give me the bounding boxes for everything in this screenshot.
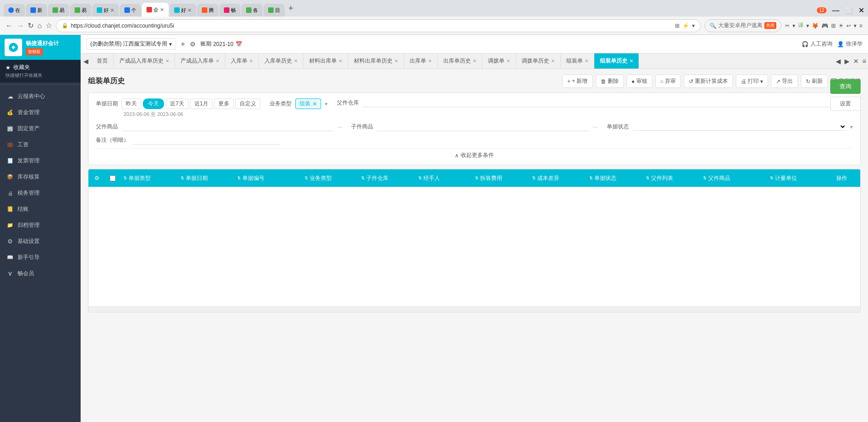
tab-clckd[interactable]: 材料出库单 ✕ xyxy=(304,53,348,69)
th-parent-list[interactable]: ⇅ 父件列表 xyxy=(642,174,699,182)
tab-rkd[interactable]: 入库单 ✕ xyxy=(225,53,259,69)
sidebar-item-archive[interactable]: 📁 归档管理 xyxy=(0,217,81,233)
close-tab-2[interactable]: ✕ xyxy=(216,58,219,64)
refresh-button[interactable]: ↻ 刷新 xyxy=(801,75,828,88)
tab-more-btn[interactable]: ≡ xyxy=(861,58,868,65)
back-button[interactable]: ← xyxy=(6,22,13,30)
sidebar-item-salary[interactable]: 💼 工资 xyxy=(0,137,81,153)
export-button[interactable]: ↗ 导出 xyxy=(771,75,798,88)
tab-diaob-history[interactable]: 调拨单历史 ✕ xyxy=(516,53,561,69)
tab-ccrkd-history[interactable]: 产成品入库单历史 ✕ xyxy=(114,53,175,69)
query-button[interactable]: 查询 xyxy=(830,79,861,94)
settings-gear-button[interactable]: ⚙ xyxy=(190,40,196,48)
sidebar-item-invoice[interactable]: 🧾 发票管理 xyxy=(0,153,81,169)
close-tab-7[interactable]: ✕ xyxy=(428,58,432,64)
maximize-button[interactable]: ⬜ xyxy=(845,7,853,14)
child-goods-input[interactable] xyxy=(377,122,589,131)
abandon-button[interactable]: ○ 弃审 xyxy=(655,75,681,88)
select-all-checkbox[interactable] xyxy=(110,175,116,181)
close-tab-11[interactable]: ✕ xyxy=(585,58,588,64)
browser-tab-7[interactable]: 好 ✕ xyxy=(170,4,196,17)
close-tab-5[interactable]: ✕ xyxy=(339,58,342,64)
date-custom[interactable]: 自定义 xyxy=(235,98,260,109)
close-all-tabs-btn[interactable]: ✕ xyxy=(851,58,861,65)
browser-tab-1[interactable]: 新 xyxy=(26,4,47,17)
tab-assembly[interactable]: 组装单 ✕ xyxy=(561,53,594,69)
browser-tab-8[interactable]: 腾 xyxy=(197,4,218,17)
close-tab-12[interactable]: ✕ xyxy=(629,58,633,64)
tab-close-4[interactable]: ✕ xyxy=(110,7,114,13)
close-tab-8[interactable]: ✕ xyxy=(473,58,476,64)
browser-tab-0[interactable]: 在 xyxy=(4,4,25,17)
date-7days[interactable]: 近7天 xyxy=(166,98,188,109)
browser-tab-9[interactable]: 畅 xyxy=(219,4,240,17)
close-tab-9[interactable]: ✕ xyxy=(506,58,510,64)
th-doc-status[interactable]: ⇅ 单据状态 xyxy=(586,174,643,182)
parent-goods-more[interactable]: ··· xyxy=(337,124,342,130)
audit-button[interactable]: ● 审核 xyxy=(627,75,652,88)
browser-tab-4[interactable]: 好 ✕ xyxy=(92,4,119,17)
new-tab-button[interactable]: + xyxy=(286,4,296,13)
date-today[interactable]: 今天 xyxy=(143,98,164,109)
tab-home[interactable]: 首页 xyxy=(91,53,114,69)
sidebar-item-settings[interactable]: ⚙ 基础设置 xyxy=(0,233,81,249)
filter-settings-button[interactable]: 设置 xyxy=(830,97,861,111)
home-button[interactable]: ⌂ xyxy=(37,22,42,30)
browser-tab-10[interactable]: 各 xyxy=(241,4,263,17)
status-select[interactable] xyxy=(633,123,846,131)
calendar-icon[interactable]: 📅 xyxy=(235,41,242,47)
close-tab-6[interactable]: ✕ xyxy=(394,58,398,64)
tab-diaob[interactable]: 调拨单 ✕ xyxy=(482,53,516,69)
browser-tab-11[interactable]: 目 xyxy=(264,4,285,17)
business-type-dropdown[interactable]: ▾ xyxy=(325,101,328,107)
collapse-button[interactable]: ∧ 收起更多条件 xyxy=(455,151,494,159)
tab-close-6[interactable]: ✕ xyxy=(160,7,164,13)
sidebar-item-guide[interactable]: 📖 新手引导 xyxy=(0,249,81,266)
remove-business-type[interactable]: ✕ xyxy=(312,101,317,107)
tab-ccrkd[interactable]: 产成品入库单 ✕ xyxy=(175,53,225,69)
tab-clckd-history[interactable]: 材料出库单历史 ✕ xyxy=(348,53,404,69)
sidebar-item-inventory[interactable]: 📦 库存核算 xyxy=(0,169,81,185)
tab-assembly-history[interactable]: 组装单历史 ✕ xyxy=(594,53,639,69)
sidebar-item-tax[interactable]: 🖨 税务管理 xyxy=(0,185,81,201)
address-bar[interactable]: 🔒 https://cloud.chanjet.com/accounting/u… xyxy=(56,19,701,32)
close-tab-4[interactable]: ✕ xyxy=(294,58,298,64)
child-goods-more[interactable]: ··· xyxy=(593,124,598,130)
th-unit[interactable]: ⇅ 计量单位 xyxy=(766,174,823,182)
sidebar-item-account[interactable]: 📒 结账 xyxy=(0,201,81,217)
close-tab-3[interactable]: ✕ xyxy=(249,58,253,64)
th-parent-goods[interactable]: ⇅ 父件商品 xyxy=(699,174,766,182)
parent-warehouse-input[interactable] xyxy=(363,98,845,107)
support-section[interactable]: 🎧 人工咨询 xyxy=(802,40,833,48)
th-child-warehouse[interactable]: ⇅ 子件仓库 xyxy=(358,174,415,182)
th-checkbox[interactable] xyxy=(105,175,120,181)
date-more[interactable]: 更多 xyxy=(214,98,234,109)
delete-button[interactable]: 🗑 删除 xyxy=(596,75,624,88)
date-1month[interactable]: 近1月 xyxy=(190,98,213,109)
date-yesterday[interactable]: 昨天 xyxy=(122,98,141,109)
user-section[interactable]: 👤 徐泽华 xyxy=(837,40,862,48)
browser-tab-5[interactable]: 个 xyxy=(120,4,141,17)
search-box[interactable]: 🔍 大量安卓用户逃离 热搜 xyxy=(704,19,781,32)
th-biz-type[interactable]: ⇅ 业务类型 xyxy=(301,174,358,182)
sidebar-item-member[interactable]: V 畅会员 xyxy=(0,266,81,282)
tab-scroll-right-btn[interactable]: ▶ xyxy=(843,58,851,65)
note-input[interactable] xyxy=(133,136,280,145)
browser-tab-6[interactable]: 企 ✕ xyxy=(142,3,169,17)
add-company-button[interactable]: + xyxy=(181,40,185,48)
th-doc-type[interactable]: ⇅ 单据类型 xyxy=(120,174,177,182)
bookmark-button[interactable]: ☆ xyxy=(46,21,52,30)
tab-close-7[interactable]: ✕ xyxy=(188,7,192,13)
reload-button[interactable]: ↻ xyxy=(28,21,34,30)
bookmarks-title[interactable]: ★ 收藏夹 xyxy=(6,64,75,71)
th-doc-date[interactable]: ⇅ 单据日期 xyxy=(177,174,234,182)
sidebar-item-assets[interactable]: 🏢 固定资产 xyxy=(0,121,81,137)
new-record-button[interactable]: + + 新增 xyxy=(562,75,592,88)
tab-rkd-history[interactable]: 入库单历史 ✕ xyxy=(259,53,304,69)
table-scrollbar[interactable] xyxy=(88,306,860,312)
sidebar-item-cloud[interactable]: ☁ 云报表中心 xyxy=(0,88,81,104)
close-button[interactable]: ✕ xyxy=(858,6,864,15)
close-tab-1[interactable]: ✕ xyxy=(165,58,169,64)
th-handler[interactable]: ⇅ 经手人 xyxy=(415,174,472,182)
sidebar-item-finance[interactable]: 💰 资金管理 xyxy=(0,104,81,121)
